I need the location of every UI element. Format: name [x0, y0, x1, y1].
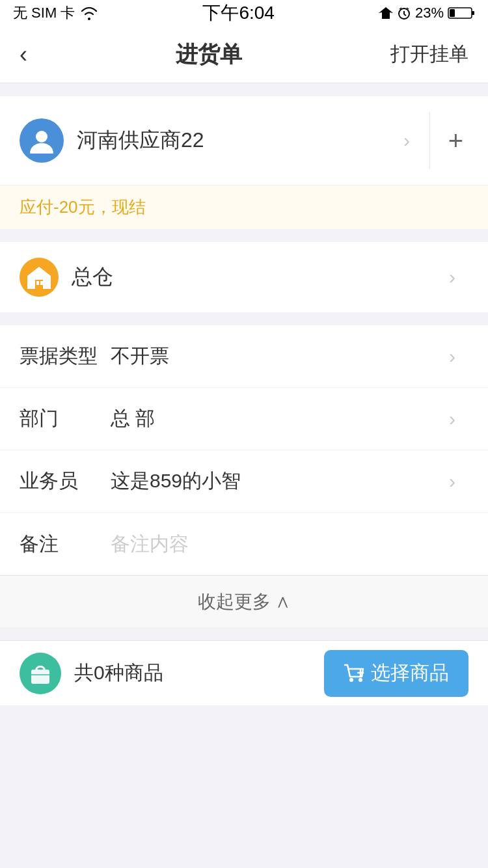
wifi-icon [80, 6, 98, 20]
collapse-label: 收起更多 ∧ [198, 590, 291, 614]
add-supplier-button[interactable]: + [429, 112, 468, 169]
department-chevron-icon: › [449, 408, 455, 430]
cart-icon [344, 664, 364, 683]
svg-point-16 [349, 678, 353, 682]
department-row[interactable]: 部门 总 部 › [0, 388, 488, 450]
svg-marker-0 [379, 7, 393, 19]
remarks-input[interactable]: 备注内容 [111, 531, 468, 558]
form-section: 票据类型 不开票 › 部门 总 部 › 业务员 这是859的小智 › 备注 备注… [0, 325, 488, 575]
invoice-type-value: 不开票 [111, 343, 449, 370]
product-count-text: 共0种商品 [74, 660, 324, 686]
svg-rect-14 [31, 670, 49, 684]
department-label: 部门 [20, 405, 111, 432]
invoice-type-row[interactable]: 票据类型 不开票 › [0, 325, 488, 388]
section-gap-1 [0, 83, 488, 96]
svg-point-17 [359, 678, 362, 682]
nav-bar: ‹ 进货单 打开挂单 [0, 26, 488, 83]
location-icon [379, 6, 393, 20]
invoice-chevron-icon: › [449, 346, 455, 368]
supplier-section: 河南供应商22 › + 应付-20元，现结 [0, 96, 488, 229]
salesperson-chevron-icon: › [449, 470, 455, 493]
svg-rect-8 [472, 11, 474, 15]
alarm-icon [397, 6, 411, 20]
status-left: 无 SIM 卡 [13, 3, 98, 23]
salesperson-label: 业务员 [20, 468, 111, 495]
svg-rect-7 [450, 9, 455, 17]
remarks-label: 备注 [20, 531, 111, 558]
supplier-name: 河南供应商22 [77, 126, 403, 155]
invoice-type-label: 票据类型 [20, 343, 111, 370]
supplier-avatar [20, 118, 64, 163]
notice-text: 应付-20元，现结 [20, 197, 146, 217]
svg-rect-13 [40, 281, 43, 285]
department-value: 总 部 [111, 405, 449, 432]
battery-text: 23% [415, 5, 444, 21]
person-icon [27, 126, 56, 155]
no-sim-text: 无 SIM 卡 [13, 3, 75, 23]
warehouse-avatar [20, 258, 59, 297]
svg-line-3 [404, 14, 406, 16]
collapse-row[interactable]: 收起更多 ∧ [0, 575, 488, 627]
salesperson-value: 这是859的小智 [111, 468, 449, 495]
warehouse-chevron-icon: › [449, 266, 455, 288]
warehouse-icon [26, 265, 52, 289]
page-title: 进货单 [176, 40, 242, 70]
status-right: 23% [379, 5, 475, 21]
bottom-bar: 共0种商品 选择商品 [0, 640, 488, 705]
remarks-row[interactable]: 备注 备注内容 [0, 513, 488, 575]
product-bag-icon [29, 662, 52, 685]
supplier-row[interactable]: 河南供应商22 › + [0, 96, 488, 185]
product-icon-wrap [20, 653, 61, 694]
salesperson-row[interactable]: 业务员 这是859的小智 › [0, 450, 488, 513]
open-pending-button[interactable]: 打开挂单 [390, 41, 468, 68]
warehouse-row[interactable]: 总仓 › [0, 242, 488, 312]
select-product-label: 选择商品 [371, 660, 449, 686]
supplier-chevron-icon: › [403, 129, 410, 152]
svg-rect-12 [36, 281, 39, 285]
notice-bar: 应付-20元，现结 [0, 185, 488, 229]
battery-icon [448, 6, 475, 20]
svg-point-9 [36, 131, 47, 142]
status-bar: 无 SIM 卡 下午6:04 23% [0, 0, 488, 26]
select-product-button[interactable]: 选择商品 [324, 650, 468, 697]
status-time: 下午6:04 [202, 1, 275, 25]
warehouse-name: 总仓 [72, 263, 449, 292]
back-button[interactable]: ‹ [20, 41, 27, 68]
plus-icon: + [448, 126, 463, 156]
